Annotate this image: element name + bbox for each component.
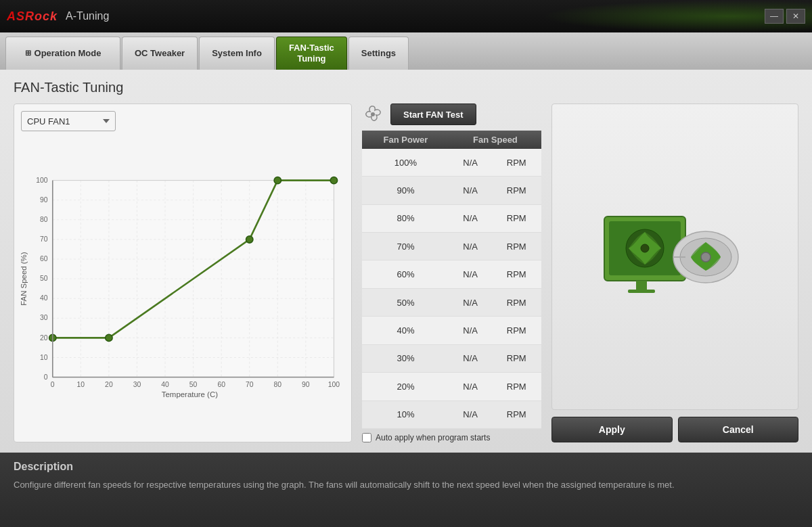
svg-text:10: 10 [77, 381, 85, 388]
grid-icon: ⊞ [25, 49, 31, 58]
svg-text:100: 100 [328, 381, 340, 388]
fan-unit-cell: RPM [492, 260, 542, 288]
fan-unit-cell: RPM [492, 204, 542, 232]
fan-speed-cell: N/A [449, 344, 492, 372]
fan-unit-cell: RPM [492, 344, 542, 372]
fan-table: Fan Power Fan Speed 100% N/A RPM 90% N/A… [362, 131, 541, 429]
tab-fan-tastic-tuning[interactable]: FAN-Tastic Tuning [276, 37, 347, 70]
svg-point-47 [330, 177, 337, 183]
chart-svg: 0 10 20 30 40 50 60 70 80 90 100 0 10 20 [21, 137, 344, 435]
svg-text:Temperature (C): Temperature (C) [162, 390, 218, 398]
svg-text:70: 70 [40, 235, 48, 243]
fan-table-body: 100% N/A RPM 90% N/A RPM 80% N/A RPM 70%… [362, 149, 541, 429]
apply-button[interactable]: Apply [551, 417, 673, 442]
table-row: 90% N/A RPM [362, 177, 541, 204]
fan-selector[interactable]: CPU FAN1 CPU FAN2 CHA FAN1 CHA FAN2 [21, 111, 116, 131]
svg-text:90: 90 [40, 196, 48, 204]
fan-unit-cell: RPM [492, 177, 542, 204]
fan-power-cell: 60% [362, 260, 449, 288]
svg-point-54 [641, 244, 649, 252]
svg-text:40: 40 [40, 294, 48, 302]
svg-text:60: 60 [217, 381, 225, 388]
svg-text:FAN Speed (%): FAN Speed (%) [21, 252, 28, 306]
action-buttons: Apply Cancel [551, 417, 798, 442]
svg-point-44 [106, 334, 112, 341]
svg-text:100: 100 [36, 177, 48, 184]
content-row: CPU FAN1 CPU FAN2 CHA FAN1 CHA FAN2 [14, 104, 798, 442]
fan-power-cell: 50% [362, 288, 449, 316]
svg-text:0: 0 [51, 381, 55, 388]
fan-unit-cell: RPM [492, 288, 542, 316]
fan-unit-cell: RPM [492, 400, 542, 429]
description-text: Configure different fan speeds for respe… [14, 478, 798, 492]
fan-unit-cell: RPM [492, 149, 542, 177]
auto-apply-label: Auto apply when program starts [376, 433, 490, 442]
image-panel: Apply Cancel [551, 104, 798, 442]
asrock-logo: ASRock [7, 9, 58, 24]
page-title: FAN-Tastic Tuning [14, 80, 798, 95]
fan-power-cell: 10% [362, 400, 449, 429]
close-button[interactable]: ✕ [786, 9, 805, 24]
svg-text:70: 70 [246, 381, 254, 388]
start-fan-test-button[interactable]: Start FAN Test [390, 104, 476, 125]
fan-power-cell: 100% [362, 149, 449, 177]
chart-area: 0 10 20 30 40 50 60 70 80 90 100 0 10 20 [21, 137, 344, 435]
svg-rect-56 [628, 290, 655, 293]
table-row: 60% N/A RPM [362, 260, 541, 288]
svg-rect-55 [636, 281, 647, 291]
fan-speed-cell: N/A [449, 400, 492, 429]
fan-illustration [601, 203, 750, 311]
fan-power-cell: 70% [362, 232, 449, 260]
table-row: 20% N/A RPM [362, 373, 541, 400]
table-row: 10% N/A RPM [362, 400, 541, 429]
table-row: 30% N/A RPM [362, 344, 541, 372]
fan-speed-cell: N/A [449, 373, 492, 400]
tab-settings[interactable]: Settings [348, 37, 409, 70]
fan-table-panel: Start FAN Test Fan Power Fan Speed 100% … [362, 104, 541, 442]
minimize-button[interactable]: — [765, 9, 784, 24]
fan-power-cell: 30% [362, 344, 449, 372]
fan-test-row: Start FAN Test [362, 104, 541, 125]
table-row: 70% N/A RPM [362, 232, 541, 260]
fan-selector-row: CPU FAN1 CPU FAN2 CHA FAN1 CHA FAN2 [21, 111, 344, 131]
logo-area: ASRock A-Tuning [7, 9, 109, 24]
table-row: 50% N/A RPM [362, 288, 541, 316]
fan-image-box [551, 104, 798, 410]
fan-power-cell: 20% [362, 373, 449, 400]
tab-oc-tweaker[interactable]: OC Tweaker [122, 37, 198, 70]
auto-apply-row: Auto apply when program starts [362, 433, 541, 442]
svg-text:80: 80 [274, 381, 282, 388]
fan-speed-header: Fan Speed [449, 131, 541, 149]
svg-text:20: 20 [40, 334, 48, 342]
fan-speed-cell: N/A [449, 260, 492, 288]
table-row: 40% N/A RPM [362, 317, 541, 344]
svg-text:60: 60 [40, 255, 48, 262]
navbar: ⊞ Operation Mode OC Tweaker System Info … [0, 32, 812, 70]
svg-text:90: 90 [302, 381, 310, 388]
fan-power-cell: 40% [362, 317, 449, 344]
svg-text:30: 30 [133, 381, 141, 388]
svg-text:50: 50 [189, 381, 198, 388]
fan-speed-cell: N/A [449, 204, 492, 232]
fan-power-cell: 90% [362, 177, 449, 204]
fan-speed-cell: N/A [449, 288, 492, 316]
tab-operation-mode[interactable]: ⊞ Operation Mode [5, 37, 120, 70]
fan-unit-cell: RPM [492, 373, 542, 400]
fan-unit-cell: RPM [492, 232, 542, 260]
table-row: 80% N/A RPM [362, 204, 541, 232]
svg-text:0: 0 [44, 373, 48, 381]
auto-apply-checkbox[interactable] [362, 433, 371, 442]
tab-system-info[interactable]: System Info [199, 37, 275, 70]
description-area: Description Configure different fan spee… [0, 453, 812, 527]
main-content: FAN-Tastic Tuning CPU FAN1 CPU FAN2 CHA … [0, 70, 812, 453]
table-row: 100% N/A RPM [362, 149, 541, 177]
fan-speed-cell: N/A [449, 232, 492, 260]
chart-panel: CPU FAN1 CPU FAN2 CHA FAN1 CHA FAN2 [14, 104, 352, 442]
svg-text:80: 80 [40, 216, 48, 223]
fan-power-header: Fan Power [362, 131, 449, 149]
cancel-button[interactable]: Cancel [678, 417, 799, 442]
titlebar: ASRock A-Tuning — ✕ [0, 0, 812, 32]
svg-point-50 [371, 112, 375, 116]
fan-speed-cell: N/A [449, 317, 492, 344]
svg-point-46 [274, 177, 281, 183]
